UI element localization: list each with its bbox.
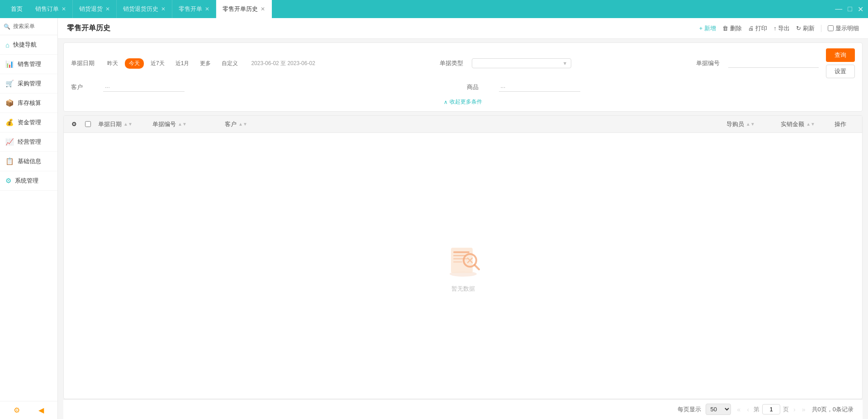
doc-number-label: 单据编号 <box>696 59 721 67</box>
window-controls: — □ ✕ <box>835 5 863 14</box>
sidebar-item-inventory[interactable]: 📦 库存核算 <box>0 94 57 113</box>
table-header: ⚙ 单据日期 ▲▼ 单据编号 ▲▼ 客户 ▲▼ 导购员 <box>64 116 862 133</box>
chart-icon: 📊 <box>5 60 14 68</box>
th-operation: 操作 <box>822 120 859 128</box>
th-number-label: 单据编号 <box>152 120 176 128</box>
close-sales-order-icon[interactable]: ✕ <box>62 6 66 12</box>
tab-home[interactable]: 首页 <box>5 0 29 18</box>
sort-guide-icon: ▲▼ <box>746 122 755 127</box>
close-sales-return-history-icon[interactable]: ✕ <box>161 6 166 12</box>
content-area: 零售开单历史 + 新增 🗑 删除 🖨 打印 ↑ 导出 ↻ 刷新 显示明细 单据日… <box>58 18 868 419</box>
sidebar-settings-icon[interactable]: ⚙ <box>14 406 20 414</box>
close-retail-open-icon[interactable]: ✕ <box>205 6 209 12</box>
pagination-bar: 每页显示 50 10 20 100 « ‹ 第 页 › » 共0页，0条记录 <box>63 399 863 419</box>
add-button[interactable]: + 新增 <box>699 24 716 33</box>
minimize-btn[interactable]: — <box>835 5 842 14</box>
sidebar-item-operations[interactable]: 📈 经营管理 <box>0 132 57 152</box>
tab-sales-return[interactable]: 销货退货 ✕ <box>73 0 117 18</box>
doc-number-input[interactable] <box>728 59 819 68</box>
th-op-label: 操作 <box>835 120 846 128</box>
collapse-label: 收起更多条件 <box>450 98 482 106</box>
export-button[interactable]: ↑ 导出 <box>773 24 790 33</box>
goods-input[interactable] <box>499 83 580 92</box>
th-settings[interactable]: ⚙ <box>67 121 81 127</box>
th-number[interactable]: 单据编号 ▲▼ <box>149 120 221 128</box>
close-sales-return-icon[interactable]: ✕ <box>105 6 110 12</box>
sidebar-item-label: 销售管理 <box>18 60 41 68</box>
page-title: 零售开单历史 <box>67 24 110 33</box>
print-button[interactable]: 🖨 打印 <box>748 24 768 33</box>
th-guide[interactable]: 导购员 ▲▼ <box>723 120 768 128</box>
th-amount-label: 实销金额 <box>781 120 804 128</box>
tab-sales-return-history[interactable]: 销货退货历史 ✕ <box>117 0 172 18</box>
doc-type-label: 单据类型 <box>440 59 465 67</box>
svg-rect-2 <box>453 251 470 253</box>
sidebar-search[interactable]: 🔍 搜索采单 <box>0 18 57 35</box>
sidebar-item-label: 采购管理 <box>18 80 41 88</box>
th-customer[interactable]: 客户 ▲▼ <box>221 120 723 128</box>
date-btn-today[interactable]: 今天 <box>125 58 144 69</box>
sidebar-item-finance[interactable]: 💰 资金管理 <box>0 113 57 132</box>
page-nav: « ‹ 第 页 › » <box>735 404 807 414</box>
sidebar-search-label: 搜索采单 <box>13 23 35 30</box>
close-btn[interactable]: ✕ <box>858 5 863 14</box>
page-size-select[interactable]: 50 10 20 100 <box>706 404 731 415</box>
query-button[interactable]: 查询 <box>826 48 855 62</box>
main-layout: 🔍 搜索采单 ⌂ 快捷导航 📊 销售管理 🛒 采购管理 📦 库存核算 � <box>0 18 868 419</box>
sort-date-icon: ▲▼ <box>123 122 133 127</box>
page-next-btn[interactable]: › <box>792 405 797 414</box>
page-first-btn[interactable]: « <box>735 405 743 414</box>
sort-number-icon: ▲▼ <box>178 122 187 127</box>
info-icon: 📋 <box>5 157 14 165</box>
date-btn-last7[interactable]: 近7天 <box>147 58 169 69</box>
date-btn-yesterday[interactable]: 昨天 <box>103 58 122 69</box>
filter-row-date: 单据日期 昨天 今天 近7天 近1月 更多 自定义 2023-06-02 至 2… <box>71 48 855 78</box>
th-date-label: 单据日期 <box>98 120 122 128</box>
date-range-text: 2023-06-02 至 2023-06-02 <box>251 60 315 67</box>
maximize-btn[interactable]: □ <box>848 5 852 14</box>
th-date[interactable]: 单据日期 ▲▼ <box>95 120 149 128</box>
collapse-row[interactable]: ∧ 收起更多条件 <box>71 96 855 106</box>
sort-amount-icon: ▲▼ <box>806 122 815 127</box>
date-btn-more[interactable]: 更多 <box>196 58 215 69</box>
table-body: 暂无数据 <box>64 133 862 399</box>
close-retail-history-icon[interactable]: ✕ <box>261 6 265 12</box>
date-filter-label: 单据日期 <box>71 59 96 67</box>
sidebar-item-basic-info[interactable]: 📋 基础信息 <box>0 152 57 171</box>
page-number-input[interactable] <box>762 404 780 414</box>
sidebar-item-label: 系统管理 <box>15 177 38 185</box>
filter-area: 单据日期 昨天 今天 近7天 近1月 更多 自定义 2023-06-02 至 2… <box>63 42 863 112</box>
tab-retail-history[interactable]: 零售开单历史 ✕ <box>216 0 272 18</box>
page-last-btn[interactable]: » <box>800 405 807 414</box>
date-btn-last1month[interactable]: 近1月 <box>171 58 194 69</box>
customer-label: 客户 <box>71 83 96 91</box>
tab-sales-order[interactable]: 销售订单 ✕ <box>29 0 73 18</box>
date-btn-custom[interactable]: 自定义 <box>218 58 242 69</box>
customer-input[interactable] <box>103 83 185 92</box>
tab-retail-open[interactable]: 零售开单 ✕ <box>172 0 216 18</box>
settings-icon[interactable]: ⚙ <box>71 121 77 127</box>
filter-settings-button[interactable]: 设置 <box>826 65 855 78</box>
refresh-button[interactable]: ↻ 刷新 <box>796 24 815 33</box>
query-btn-group: 查询 设置 <box>826 48 855 78</box>
th-checkbox[interactable] <box>81 121 95 127</box>
sidebar-items: ⌂ 快捷导航 📊 销售管理 🛒 采购管理 📦 库存核算 💰 资金管理 📈 <box>0 35 57 401</box>
sidebar-item-label: 基础信息 <box>18 157 41 165</box>
svg-line-7 <box>474 265 479 269</box>
sidebar-item-purchase-mgmt[interactable]: 🛒 采购管理 <box>0 74 57 94</box>
sidebar-item-sales-mgmt[interactable]: 📊 销售管理 <box>0 55 57 74</box>
page-prev-btn[interactable]: ‹ <box>745 405 751 414</box>
doc-type-select[interactable]: ▼ <box>472 58 571 68</box>
date-shortcuts: 昨天 今天 近7天 近1月 更多 自定义 <box>103 58 242 69</box>
sidebar-item-label: 资金管理 <box>18 118 41 127</box>
th-amount[interactable]: 实销金额 ▲▼ <box>768 120 822 128</box>
sidebar-collapse-icon[interactable]: ◀ <box>38 406 44 414</box>
sidebar-item-system[interactable]: ⚙ 系统管理 <box>0 171 57 191</box>
delete-button[interactable]: 🗑 删除 <box>722 24 742 33</box>
th-customer-label: 客户 <box>225 120 237 128</box>
sidebar-item-quick-nav[interactable]: ⌂ 快捷导航 <box>0 35 57 55</box>
display-detail-checkbox[interactable] <box>828 25 834 31</box>
select-all-checkbox[interactable] <box>85 121 91 127</box>
toolbar-divider <box>821 25 821 32</box>
display-detail-text: 显示明细 <box>835 24 859 33</box>
